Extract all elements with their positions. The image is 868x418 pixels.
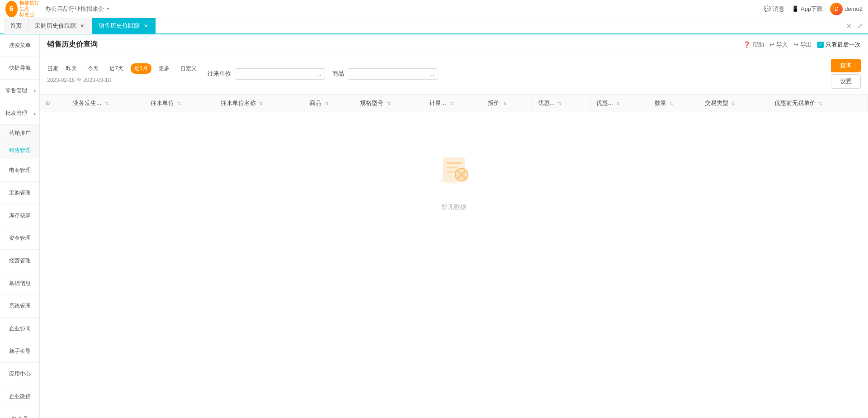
search-menu-label: 搜索菜单 <box>9 42 31 49</box>
topbar-right: 💬 消息 📱 App下载 D demo2 <box>764 3 863 15</box>
date-range-display: 2023-02-18 至 2023-03-18 <box>47 76 200 84</box>
col-partner-code[interactable]: 往来单位 ⇅ <box>145 95 215 112</box>
col-discount1[interactable]: 优惠... ⇅ <box>532 95 590 112</box>
page-header: 销售历史价查询 ❓ 帮助 ↩ 导入 ↪ 导出 ✓ <box>40 34 868 53</box>
date-btn-today[interactable]: 今天 <box>84 63 102 74</box>
date-btn-1month[interactable]: 近1月 <box>131 63 152 74</box>
sidebar-item-member[interactable]: 畅会员 <box>0 408 39 418</box>
help-button[interactable]: ❓ 帮助 <box>743 41 764 49</box>
gear-icon[interactable]: ⚙ <box>45 100 51 107</box>
wechat-label: 企业微信 <box>9 393 31 400</box>
avatar: D <box>830 3 843 15</box>
query-button[interactable]: 查询 <box>831 59 861 72</box>
enterprise-label: 企业协同 <box>9 325 31 332</box>
base-info-label: 基础信息 <box>9 280 31 287</box>
sidebar-item-search-menu[interactable]: 搜索菜单 <box>0 34 39 57</box>
sort-icon: ⇅ <box>819 101 822 106</box>
sidebar-item-wechat[interactable]: 企业微信 <box>0 385 39 408</box>
partner-select-icon[interactable]: ... <box>316 71 321 77</box>
page-title: 销售历史价查询 <box>47 40 98 49</box>
wholesale-mgmt-arrow-icon: ▴ <box>33 111 36 116</box>
date-btn-yesterday[interactable]: 昨天 <box>62 63 80 74</box>
message-icon: 💬 <box>764 5 771 12</box>
tab-sales[interactable]: 销售历史价跟踪 ✕ <box>92 18 156 34</box>
close-all-tabs-button[interactable]: ✕ <box>844 21 854 30</box>
col-price[interactable]: 报价 ⇅ <box>482 95 533 112</box>
purchase-tab-close-icon[interactable]: ✕ <box>79 23 85 29</box>
logo-icon: 6 <box>5 1 18 17</box>
message-button[interactable]: 💬 消息 <box>764 5 784 13</box>
col-pretax-price[interactable]: 优惠前无税单价 ⇅ <box>769 95 868 112</box>
date-btn-more[interactable]: 更多 <box>155 63 173 74</box>
empty-icon <box>434 148 474 198</box>
user-menu-button[interactable]: D demo2 <box>830 3 863 15</box>
sidebar-item-system[interactable]: 系统管理 <box>0 295 39 318</box>
col-biz-date[interactable]: 业务发生... ⇅ <box>67 95 145 112</box>
col-spec[interactable]: 规格型号 ⇅ <box>354 95 424 112</box>
partner-input[interactable] <box>239 71 316 77</box>
col-discount2-label: 优惠... <box>596 100 613 106</box>
help-icon: ❓ <box>743 41 750 48</box>
sidebar-item-sales-mgmt[interactable]: 销售管理 <box>0 142 39 159</box>
product-select-icon[interactable]: ... <box>429 71 434 77</box>
sidebar-item-enterprise[interactable]: 企业协同 <box>0 318 39 340</box>
sidebar-item-wholesale-mgmt[interactable]: 批发管理 ▴ <box>0 102 39 125</box>
col-product-label: 商品 <box>310 100 321 106</box>
col-gear[interactable]: ⚙ <box>40 95 67 112</box>
col-quantity[interactable]: 数量 ⇅ <box>649 95 699 112</box>
sidebar-item-ecommerce[interactable]: 电商管理 <box>0 159 39 182</box>
import-button[interactable]: ↩ 导入 <box>769 41 788 49</box>
date-btn-custom[interactable]: 自定义 <box>177 63 200 74</box>
sidebar-item-marketing[interactable]: 营销推广 <box>0 125 39 142</box>
workspace-arrow-icon[interactable]: ▾ <box>107 6 109 12</box>
settings-button[interactable]: 设置 <box>831 74 861 89</box>
product-input[interactable] <box>352 71 429 77</box>
app-download-button[interactable]: 📱 App下载 <box>792 5 823 13</box>
workspace-title: 办公用品行业模拟账套 ▾ <box>45 5 764 13</box>
tab-home[interactable]: 首页 <box>4 18 28 34</box>
only-last-checkbox-label[interactable]: ✓ 只看最后一次 <box>817 41 861 49</box>
sort-icon: ⇅ <box>503 101 507 106</box>
system-label: 系统管理 <box>9 302 31 310</box>
date-btn-7days[interactable]: 近7天 <box>106 63 127 74</box>
sidebar-item-app-center[interactable]: 应用中心 <box>0 363 39 385</box>
inventory-label: 库存核算 <box>9 212 31 219</box>
expand-button[interactable]: ⤢ <box>855 21 864 30</box>
sort-icon: ⇅ <box>178 101 181 106</box>
partner-input-wrap[interactable]: ... <box>235 68 325 80</box>
member-label: 畅会员 <box>12 415 28 418</box>
home-tab-label: 首页 <box>10 22 22 30</box>
sort-icon: ⇅ <box>558 101 561 106</box>
col-biz-date-label: 业务发生... <box>73 100 101 106</box>
sidebar-item-retail-mgmt[interactable]: 零售管理 ▾ <box>0 80 39 102</box>
sort-icon: ⇅ <box>731 101 735 106</box>
sidebar-item-base-info[interactable]: 基础信息 <box>0 272 39 295</box>
col-trade-type[interactable]: 交易类型 ⇅ <box>699 95 769 112</box>
sidebar-item-guide[interactable]: 新手引导 <box>0 340 39 363</box>
layout: 搜索菜单 快捷导航 零售管理 ▾ 批发管理 ▴ 营销推广 销售管理 电商管理 采… <box>0 34 868 418</box>
sort-icon: ⇅ <box>105 101 108 106</box>
sidebar-item-quick-nav[interactable]: 快捷导航 <box>0 57 39 80</box>
tab-purchase[interactable]: 采购历史价跟踪 ✕ <box>28 18 92 34</box>
export-button[interactable]: ↪ 导出 <box>793 41 812 49</box>
col-partner-name[interactable]: 往来单位名称 ⇅ <box>215 95 304 112</box>
col-discount2[interactable]: 优惠... ⇅ <box>590 95 649 112</box>
sidebar-item-purchase-mgmt[interactable]: 采购管理 <box>0 182 39 204</box>
only-last-checkbox[interactable]: ✓ <box>817 42 824 48</box>
sort-icon: ⇅ <box>450 101 453 106</box>
sales-tab-close-icon[interactable]: ✕ <box>142 23 149 29</box>
export-icon: ↪ <box>793 41 798 48</box>
partner-filter-row: 往来单位 ... <box>208 68 325 80</box>
col-unit[interactable]: 计量... ⇅ <box>424 95 482 112</box>
sort-icon: ⇅ <box>670 101 673 106</box>
tabbar: 首页 采购历史价跟踪 ✕ 销售历史价跟踪 ✕ ✕ ⤢ <box>0 18 868 34</box>
sidebar-item-inventory[interactable]: 库存核算 <box>0 204 39 227</box>
sidebar-item-finance[interactable]: 资金管理 <box>0 227 39 250</box>
data-table: ⚙ 业务发生... ⇅ 往来单位 ⇅ 往来单位名称 <box>40 95 868 112</box>
col-product[interactable]: 商品 ⇅ <box>304 95 354 112</box>
svg-rect-2 <box>446 162 462 164</box>
quick-nav-label: 快捷导航 <box>9 64 31 72</box>
product-label: 商品 <box>332 70 344 78</box>
product-input-wrap[interactable]: ... <box>348 68 438 80</box>
sidebar-item-operations[interactable]: 经营管理 <box>0 250 39 272</box>
